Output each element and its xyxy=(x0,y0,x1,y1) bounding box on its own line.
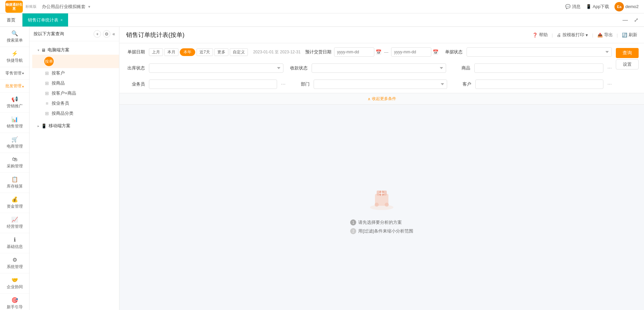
inventory-icon: 📋 xyxy=(11,176,18,183)
print-btn[interactable]: 🖨 按模板打印 ▾ xyxy=(557,32,588,38)
pc-scheme-header[interactable]: ▾ 🖥 电脑端方案 xyxy=(30,45,119,55)
tab-minimize-btn[interactable]: — xyxy=(621,16,629,24)
filter-row-1: 单据日期 上月 本月 本年 近7天 更多 自定义 2023-01-01 至 20… xyxy=(125,47,612,57)
forecast-date-start-input[interactable] xyxy=(334,47,374,57)
user-info[interactable]: Ea demo2 xyxy=(614,2,639,11)
sidebar-item-system[interactable]: ⚙ 系统管理 xyxy=(0,253,29,273)
pc-scheme-group: ▾ 🖥 电脑端方案 按单 ⊞ 按客户 ⊞ xyxy=(30,44,119,120)
sidebar-item-enterprise[interactable]: 🤝 企业协同 xyxy=(0,273,29,294)
refresh-icon: 🔄 xyxy=(622,33,627,38)
page-title: 销售订单统计表(按单) xyxy=(126,31,184,39)
date-btn-this-month[interactable]: 本月 xyxy=(164,48,178,56)
message-icon: 💬 xyxy=(565,4,571,9)
mobile-scheme-header[interactable]: ▸ 📱 移动端方案 xyxy=(30,121,119,131)
sidebar-item-newbie-label: 新手引导 xyxy=(7,304,23,310)
sidebar-item-newbie[interactable]: 🎯 新手引导 xyxy=(0,294,29,310)
empty-tips: 1 请先选择要分析的方案 2 用[过滤]条件来缩小分析范围 xyxy=(350,219,413,234)
customer-more-icon[interactable]: ··· xyxy=(607,81,612,87)
empty-state: 1 请先选择要分析的方案 2 用[过滤]条件来缩小分析范围 xyxy=(119,105,644,310)
date-btn-prev-month[interactable]: 上月 xyxy=(149,48,163,56)
query-button[interactable]: 查询 xyxy=(616,48,639,58)
message-btn[interactable]: 💬 消息 xyxy=(565,4,581,10)
sales-icon: 📊 xyxy=(11,116,18,122)
collapse-conditions-btn[interactable]: ∧ 收起更多条件 xyxy=(368,96,396,102)
payment-status-select[interactable] xyxy=(312,63,446,73)
sidebar-item-search[interactable]: 🔍 搜索菜单 xyxy=(0,27,29,47)
logo-subtext: 标账版 xyxy=(25,4,37,9)
app-download-btn[interactable]: 📱 App下载 xyxy=(586,4,609,10)
export-btn[interactable]: 📤 导出 xyxy=(597,32,613,38)
scheme-icon-customer-product: ⊞ xyxy=(44,91,50,96)
collapse-panel-btn[interactable]: « xyxy=(112,31,115,37)
sidebar-item-ecommerce[interactable]: 🛒 电商管理 xyxy=(0,133,29,153)
date-btn-more[interactable]: 更多 xyxy=(214,48,228,56)
sidebar-item-purchase-label: 采购管理 xyxy=(7,163,23,169)
tab-close-icon[interactable]: × xyxy=(60,18,63,22)
system-icon: ⚙ xyxy=(12,257,17,263)
sidebar-item-wholesale[interactable]: 批发管理 ▴ xyxy=(0,80,29,93)
scheme-item-by-salesman[interactable]: ≡ 按业务员 xyxy=(32,98,119,108)
scheme-icon-product: ⊞ xyxy=(44,81,50,86)
add-scheme-btn[interactable]: + xyxy=(94,30,101,38)
scheme-item-by-product[interactable]: ⊞ 按商品 xyxy=(32,78,119,88)
customer-input[interactable] xyxy=(475,80,603,89)
tab-active-label: 销售订单统计表 xyxy=(28,17,58,23)
date-btn-this-year[interactable]: 本年 xyxy=(180,48,195,56)
product-input[interactable] xyxy=(474,63,603,73)
page-title-bar: 销售订单统计表(按单) ❓ 帮助 | 🖨 按模板打印 ▾ | 📤 xyxy=(119,27,644,43)
order-status-select[interactable] xyxy=(467,47,612,57)
settings-button[interactable]: 设置 xyxy=(616,59,639,69)
date-label: 单据日期 xyxy=(125,49,145,55)
sidebar-item-retail[interactable]: 零售管理 ▾ xyxy=(0,67,29,80)
scheme-label-customer-product: 按客户+商品 xyxy=(52,90,76,96)
mobile-scheme-icon: 📱 xyxy=(41,123,47,128)
search-icon: 🔍 xyxy=(11,30,18,37)
pc-scheme-icon: 🖥 xyxy=(41,48,46,53)
sidebar-item-purchase[interactable]: 🛍 采购管理 xyxy=(0,153,29,173)
scheme-item-by-customer-product[interactable]: ⊞ 按客户+商品 xyxy=(32,88,119,98)
scheme-label-customer: 按客户 xyxy=(52,70,65,76)
pc-scheme-items: 按单 ⊞ 按客户 ⊞ 按商品 ⊞ 按客户+商品 xyxy=(30,55,119,118)
svg-point-6 xyxy=(375,203,379,207)
refresh-label: 刷新 xyxy=(629,32,637,38)
tab-home[interactable]: 首页 xyxy=(0,13,22,27)
department-select[interactable] xyxy=(314,80,447,89)
calendar-end-icon[interactable]: 📅 xyxy=(433,49,438,55)
app-title-dropdown-icon[interactable]: ▾ xyxy=(88,4,90,9)
salesman-more-icon[interactable]: ··· xyxy=(281,81,285,87)
sidebar-item-operations-label: 经营管理 xyxy=(7,224,23,229)
page-title-actions: ❓ 帮助 | 🖨 按模板打印 ▾ | 📤 导出 | xyxy=(532,32,637,38)
sidebar-item-basic-info[interactable]: ℹ 基础信息 xyxy=(0,233,29,253)
sidebar-item-sales[interactable]: 📊 销售管理 xyxy=(0,113,29,133)
sidebar-item-quick-nav[interactable]: ⚡ 快捷导航 xyxy=(0,47,29,67)
ship-status-select[interactable] xyxy=(149,63,283,73)
scheme-item-by-customer[interactable]: ⊞ 按客户 xyxy=(32,68,119,78)
collapse-row: ∧ 收起更多条件 xyxy=(119,93,644,105)
app-download-label: App下载 xyxy=(593,4,609,10)
refresh-btn[interactable]: 🔄 刷新 xyxy=(622,32,637,38)
date-btn-7days[interactable]: 近7天 xyxy=(197,48,213,56)
sidebar-item-finance[interactable]: 💰 资金管理 xyxy=(0,193,29,213)
product-more-icon[interactable]: ··· xyxy=(607,65,612,71)
forecast-date-end-input[interactable] xyxy=(391,47,431,57)
mobile-scheme-group: ▸ 📱 移动端方案 xyxy=(30,120,119,132)
username: demo2 xyxy=(625,4,639,9)
query-settings-btns: 查询 设置 xyxy=(616,47,639,69)
sidebar-item-finance-label: 资金管理 xyxy=(7,204,23,209)
tab-sales-statistics[interactable]: 销售订单统计表 × xyxy=(22,13,68,27)
sidebar-item-marketing[interactable]: 📢 营销推广 xyxy=(0,93,29,113)
date-btn-custom[interactable]: 自定义 xyxy=(230,48,248,56)
scheme-item-by-category[interactable]: ⊞ 按商品分类 xyxy=(32,108,119,118)
enterprise-icon: 🤝 xyxy=(11,277,18,283)
filter-row-3: 业务员 ··· 部门 客户 ··· xyxy=(125,80,612,89)
salesman-input[interactable] xyxy=(149,80,277,89)
help-btn[interactable]: ❓ 帮助 xyxy=(532,32,548,38)
settings-scheme-btn[interactable]: ⚙ xyxy=(103,30,110,38)
tab-maximize-btn[interactable]: ⤢ xyxy=(632,16,640,24)
app-title: 办公用品行业模拟账套 xyxy=(42,4,86,10)
tabbar-actions: — ⤢ xyxy=(621,16,644,24)
sidebar-item-operations[interactable]: 📈 经营管理 xyxy=(0,213,29,233)
sidebar-item-inventory[interactable]: 📋 库存核算 xyxy=(0,173,29,193)
calendar-start-icon[interactable]: 📅 xyxy=(376,49,381,55)
scheme-item-by-order[interactable]: 按单 xyxy=(32,55,119,68)
